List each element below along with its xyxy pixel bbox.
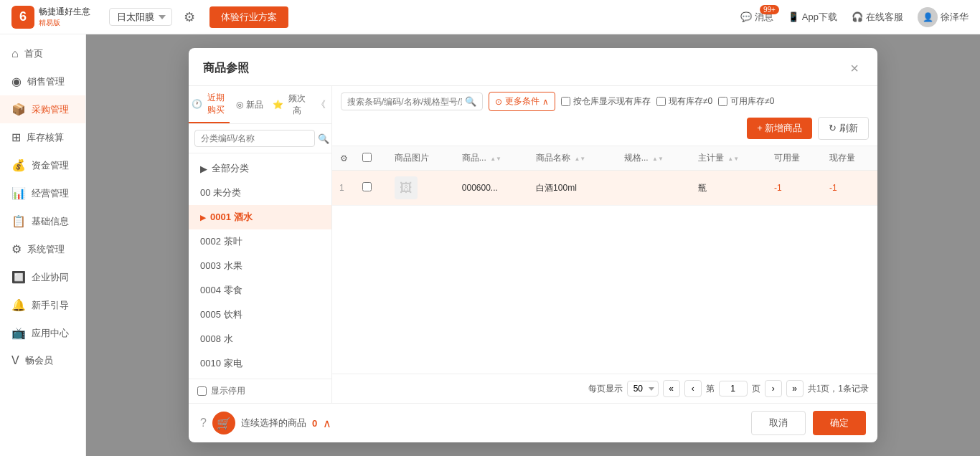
sidebar-item-guide[interactable]: 🔔 新手引导	[0, 291, 85, 319]
sidebar-item-members[interactable]: V 畅会员	[0, 347, 85, 374]
row-checkbox[interactable]	[362, 182, 372, 191]
operations-icon: 📊	[11, 186, 26, 200]
confirm-button[interactable]: 确定	[813, 411, 866, 435]
show-disabled-checkbox[interactable]: 显示停用	[189, 379, 331, 403]
category-tea[interactable]: 0002 茶叶	[189, 229, 331, 254]
page-number-input[interactable]	[719, 381, 748, 396]
right-panel: 🔍 ⊙ 更多条件 ∧ 按仓库显示现有库存	[332, 86, 877, 403]
left-panel-search: 🔍	[189, 124, 331, 153]
guide-icon: 🔔	[11, 298, 26, 312]
modal-body: 🕐 近期购买 ◎ 新品 ⭐ 频次高 《	[189, 86, 877, 403]
th-settings[interactable]: ⚙	[332, 146, 355, 171]
sidebar-item-enterprise[interactable]: 🔲 企业协同	[0, 263, 85, 291]
sidebar-item-operations[interactable]: 📊 经营管理	[0, 179, 85, 207]
product-image: 🖼	[395, 176, 418, 199]
td-unit: 瓶	[691, 171, 767, 206]
nav-app-download[interactable]: 📱 App下载	[788, 11, 837, 24]
sidebar-item-home[interactable]: ⌂ 首页	[0, 40, 85, 67]
add-product-button[interactable]: + 新增商品	[747, 118, 812, 139]
category-water[interactable]: 0008 水	[189, 327, 331, 351]
pagination-last-button[interactable]: »	[786, 380, 804, 397]
sidebar-item-finance[interactable]: 💰 资金管理	[0, 151, 85, 179]
category-snacks[interactable]: 0004 零食	[189, 278, 331, 303]
left-panel-collapse-button[interactable]: 《	[311, 86, 331, 123]
th-unit[interactable]: 主计量 ▲▼	[691, 146, 767, 171]
checkbox-by-warehouse[interactable]: 按仓库显示现有库存	[561, 95, 651, 108]
product-table: ⚙ 商品图片 商品... ▲▼	[332, 146, 877, 206]
th-code[interactable]: 商品... ▲▼	[455, 146, 529, 171]
nav-customer-service[interactable]: 🎧 在线客服	[852, 11, 903, 24]
pagination-prev-button[interactable]: ‹	[684, 380, 702, 397]
nav-messages[interactable]: 💬 消息 99+	[740, 11, 773, 24]
td-rownum: 1	[332, 171, 355, 206]
purchase-icon: 📦	[11, 103, 26, 116]
checkbox-usable-nonzero-input[interactable]	[718, 97, 727, 106]
experience-button[interactable]: 体验行业方案	[209, 6, 288, 28]
star-icon: ⭐	[273, 100, 283, 110]
logo-icon: 6	[11, 6, 34, 29]
pagination-next-button[interactable]: ›	[765, 380, 782, 397]
message-badge: 99+	[760, 5, 779, 14]
product-search-input[interactable]	[347, 97, 462, 107]
sales-icon: ◉	[11, 75, 22, 88]
category-search-icon[interactable]: 🔍	[318, 133, 329, 144]
tab-frequent[interactable]: ⭐ 频次高	[270, 86, 311, 123]
sidebar-item-purchase[interactable]: 📦 采购管理	[0, 95, 85, 123]
gear-icon[interactable]: ⚙	[178, 6, 201, 29]
sidebar-item-basic-info[interactable]: 📋 基础信息	[0, 207, 85, 235]
th-stock: 现存量	[822, 146, 877, 171]
nav-user-profile[interactable]: 👤 徐泽华	[918, 7, 969, 27]
tab-recent-purchase[interactable]: 🕐 近期购买	[189, 86, 230, 123]
td-stock: -1	[822, 171, 877, 206]
left-panel: 🕐 近期购买 ◎ 新品 ⭐ 频次高 《	[189, 86, 332, 403]
selected-count: 0	[312, 418, 317, 429]
new-icon: ◎	[236, 100, 243, 110]
right-toolbar: 🔍 ⊙ 更多条件 ∧ 按仓库显示现有库存	[332, 86, 877, 146]
modal-header: 商品参照 ×	[189, 48, 877, 86]
nav-store-select[interactable]: 日太阳膜	[109, 8, 172, 26]
checkbox-available-nonzero-input[interactable]	[656, 97, 666, 106]
td-spec	[617, 171, 691, 206]
cancel-button[interactable]: 取消	[751, 411, 806, 435]
show-disabled-input[interactable]	[197, 386, 207, 396]
modal-close-button[interactable]: ×	[846, 60, 863, 77]
sidebar-item-inventory[interactable]: ⊞ 库存核算	[0, 123, 85, 151]
help-icon[interactable]: ?	[200, 417, 207, 429]
logo-text: 畅捷通好生意 精易版	[39, 6, 90, 27]
checkbox-available-nonzero[interactable]: 现有库存≠0	[656, 95, 712, 108]
finance-icon: 💰	[11, 158, 26, 172]
select-all-checkbox[interactable]	[362, 153, 372, 162]
modal-product-reference: 商品参照 × 🕐 近期购买 ◎	[189, 48, 877, 442]
refresh-button[interactable]: ↻ 刷新	[818, 117, 869, 140]
top-nav: 6 畅捷通好生意 精易版 日太阳膜 ⚙ 体验行业方案 💬 消息 99+ 📱 Ap…	[0, 0, 980, 34]
checkbox-by-warehouse-input[interactable]	[561, 97, 570, 106]
sidebar-item-sales[interactable]: ◉ 销售管理	[0, 67, 85, 95]
sort-icon: ▲▼	[490, 156, 501, 162]
category-uncategorized[interactable]: 00 未分类	[189, 181, 331, 205]
page-size-select[interactable]: 50	[627, 381, 659, 396]
sort-icon: ▲▼	[727, 156, 739, 162]
th-name[interactable]: 商品名称 ▲▼	[529, 146, 617, 171]
system-icon: ⚙	[11, 242, 22, 256]
category-liquor[interactable]: ▶ 0001 酒水	[189, 205, 331, 229]
collapse-selected-icon[interactable]: ∧	[323, 417, 331, 430]
sort-icon: ▲▼	[652, 156, 664, 162]
filter-button[interactable]: ⊙ 更多条件 ∧	[489, 92, 555, 111]
logo-area: 6 畅捷通好生意 精易版	[11, 6, 98, 29]
th-spec[interactable]: 规格... ▲▼	[617, 146, 691, 171]
category-drinks[interactable]: 0005 饮料	[189, 303, 331, 327]
category-all[interactable]: ▶ 全部分类	[189, 156, 331, 181]
cart-icon: 🛒	[212, 412, 235, 434]
phone-icon: 📱	[788, 11, 799, 22]
sidebar-item-system[interactable]: ⚙ 系统管理	[0, 235, 85, 263]
category-appliances[interactable]: 0010 家电	[189, 351, 331, 376]
tab-new-products[interactable]: ◎ 新品	[230, 86, 270, 123]
sidebar-item-apps[interactable]: 📺 应用中心	[0, 319, 85, 347]
table-row[interactable]: 1 🖼 000600... 白酒100ml 瓶	[332, 171, 877, 206]
inventory-icon: ⊞	[11, 130, 21, 144]
pagination-first-button[interactable]: «	[663, 380, 680, 397]
category-fruit[interactable]: 0003 水果	[189, 254, 331, 278]
checkbox-usable-nonzero[interactable]: 可用库存≠0	[718, 95, 774, 108]
product-search-icon[interactable]: 🔍	[465, 96, 476, 107]
category-search-input[interactable]	[194, 130, 315, 147]
